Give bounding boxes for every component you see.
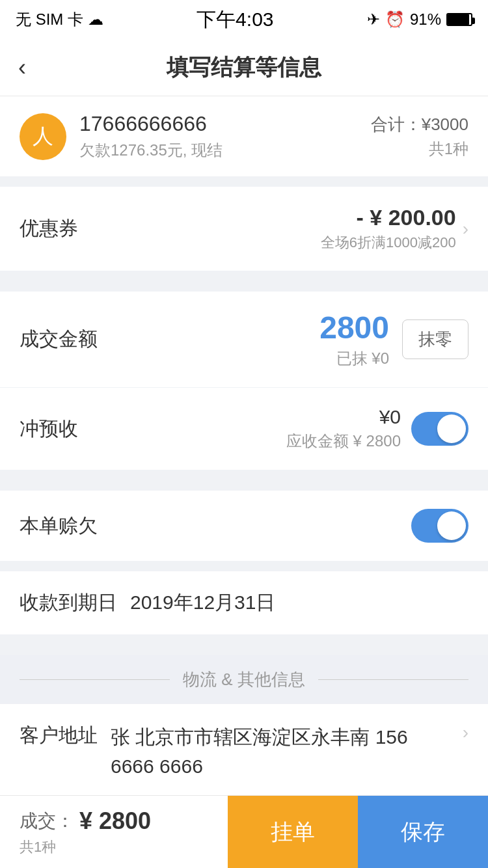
amount-sub: 已抹 ¥0 <box>319 348 389 369</box>
customer-left: 人 17666666666 欠款1276.35元, 现结 <box>20 112 223 161</box>
payment-date-row: 收款到期日 2019年12月31日 <box>0 571 488 634</box>
alarm-icon: ⏰ <box>385 10 405 29</box>
status-right: ✈ ⏰ 91% <box>367 10 472 29</box>
section-divider-2 <box>0 480 488 491</box>
prepay-amount: ¥0 <box>286 406 401 428</box>
battery-icon <box>446 13 472 26</box>
bottom-bar: 成交： ¥ 2800 共1种 挂单 保存 <box>0 795 488 868</box>
save-button[interactable]: 保存 <box>358 796 488 869</box>
coupon-desc: 全场6折满1000减200 <box>321 233 456 252</box>
main-content: 人 17666666666 欠款1276.35元, 现结 合计：¥3000 共1… <box>0 96 488 868</box>
prepay-value-text: ¥0 应收金额 ¥ 2800 <box>286 406 401 452</box>
date-label: 收款到期日 <box>20 590 117 616</box>
amount-right-text: 2800 已抹 ¥0 <box>319 310 389 369</box>
total-label: 合计：¥3000 <box>371 113 468 136</box>
coupon-row[interactable]: 优惠券 - ¥ 200.00 全场6折满1000减200 › <box>0 187 488 271</box>
address-label: 客户地址 <box>20 722 98 749</box>
status-left: 无 SIM 卡 ☁ <box>16 9 103 30</box>
coupon-right: - ¥ 200.00 全场6折满1000减200 › <box>321 205 468 252</box>
customer-card: 人 17666666666 欠款1276.35元, 现结 合计：¥3000 共1… <box>0 96 488 176</box>
battery-percent: 91% <box>410 10 441 29</box>
avatar: 人 <box>20 113 66 160</box>
prepay-sub: 应收金额 ¥ 2800 <box>286 431 401 452</box>
status-time: 下午4:03 <box>197 7 273 33</box>
status-bar: 无 SIM 卡 ☁ 下午4:03 ✈ ⏰ 91% <box>0 0 488 39</box>
coupon-right-text: - ¥ 200.00 全场6折满1000减200 <box>321 205 456 252</box>
toggle-knob <box>437 414 466 443</box>
chevron-right-icon: › <box>463 219 468 239</box>
credit-row: 本单赊欠 <box>0 491 488 561</box>
address-value: 张 北京市市辖区海淀区永丰南 156 6666 6666 <box>111 722 450 781</box>
section-divider-3 <box>0 645 488 655</box>
credit-toggle-knob <box>437 511 466 540</box>
section-divider-1 <box>0 281 488 292</box>
coupon-label: 优惠券 <box>20 215 78 242</box>
amount-section: 成交金额 2800 已抹 ¥0 抹零 冲预收 ¥0 应收金额 ¥ 2800 <box>0 292 488 470</box>
round-zero-button[interactable]: 抹零 <box>402 319 468 359</box>
chevron-right-address-icon: › <box>463 722 468 743</box>
hold-button[interactable]: 挂单 <box>228 796 358 869</box>
total-count: 共1种 <box>371 139 468 159</box>
prepay-row: 冲预收 ¥0 应收金额 ¥ 2800 <box>0 388 488 470</box>
bottom-count: 共1种 <box>20 837 208 857</box>
amount-right: 2800 已抹 ¥0 抹零 <box>319 310 468 369</box>
date-value: 2019年12月31日 <box>130 590 275 616</box>
prepay-label: 冲预收 <box>20 416 78 442</box>
address-row[interactable]: 客户地址 张 北京市市辖区海淀区永丰南 156 6666 6666 › <box>0 704 488 799</box>
logistics-header: 物流 & 其他信息 <box>0 655 488 704</box>
back-button[interactable]: ‹ <box>18 54 26 81</box>
credit-label: 本单赊欠 <box>20 513 98 539</box>
prepay-right: ¥0 应收金额 ¥ 2800 <box>286 406 468 452</box>
credit-toggle[interactable] <box>411 509 468 543</box>
page-title: 填写结算等信息 <box>167 53 321 83</box>
bottom-deal-amount: ¥ 2800 <box>79 807 151 835</box>
prepay-toggle[interactable] <box>411 412 468 446</box>
logistics-title: 物流 & 其他信息 <box>183 668 305 691</box>
coupon-discount: - ¥ 200.00 <box>321 205 456 230</box>
address-chevron: › <box>463 722 468 743</box>
amount-row: 成交金额 2800 已抹 ¥0 抹零 <box>0 292 488 388</box>
sim-label: 无 SIM 卡 ☁ <box>16 9 103 30</box>
location-icon: ✈ <box>367 10 380 29</box>
customer-debt: 欠款1276.35元, 现结 <box>79 140 223 161</box>
customer-info: 17666666666 欠款1276.35元, 现结 <box>79 112 223 161</box>
page-header: ‹ 填写结算等信息 <box>0 39 488 96</box>
amount-label: 成交金额 <box>20 326 98 353</box>
bottom-deal-label: 成交： <box>20 809 74 834</box>
customer-right: 合计：¥3000 共1种 <box>371 113 468 159</box>
bottom-deal: 成交： ¥ 2800 <box>20 807 208 835</box>
customer-phone: 17666666666 <box>79 112 223 136</box>
bottom-summary: 成交： ¥ 2800 共1种 <box>0 807 228 857</box>
amount-value: 2800 <box>319 310 389 346</box>
